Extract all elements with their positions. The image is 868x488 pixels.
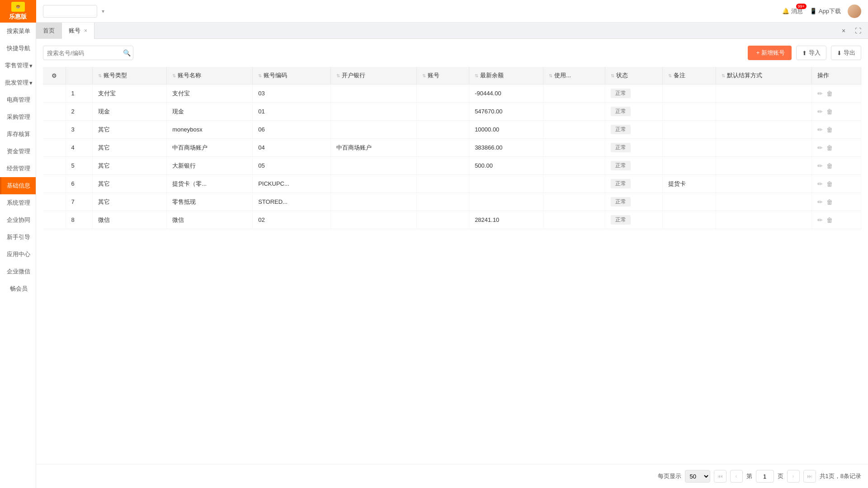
- table-header-account-code[interactable]: ⇅账号编码: [253, 67, 331, 84]
- page-input[interactable]: [756, 470, 774, 483]
- edit-icon[interactable]: ✏: [817, 180, 823, 188]
- edit-icon[interactable]: ✏: [817, 162, 823, 169]
- search-icon[interactable]: 🔍: [123, 49, 131, 56]
- tab-bar: 首页 账号 × × ⛶: [36, 23, 868, 39]
- row-operation: ✏ 🗑: [812, 211, 861, 229]
- toolbar: 🔍 + 新增账号 ⬆ 导入 ⬇ 导出: [43, 46, 861, 60]
- table-header-latest-balance[interactable]: ⇅最新余额: [469, 67, 543, 84]
- delete-icon[interactable]: 🗑: [826, 162, 833, 169]
- sidebar-item-enterprise-wechat[interactable]: 企业微信: [0, 263, 36, 280]
- row-remark: [662, 193, 716, 211]
- sidebar-item-enterprise-agreement[interactable]: 企业协同: [0, 211, 36, 229]
- last-page-button[interactable]: ⏭: [803, 470, 816, 483]
- first-page-button[interactable]: ⏮: [714, 470, 726, 483]
- export-button[interactable]: ⬇ 导出: [831, 46, 861, 60]
- page-size-select[interactable]: 50 10 20 100: [685, 470, 710, 483]
- table-header-remark[interactable]: ⇅备注: [662, 67, 716, 84]
- row-account-name: 中百商场账户: [167, 139, 253, 157]
- sidebar-item-retail-mgmt[interactable]: 零售管理 ▾: [0, 57, 36, 74]
- row-settings: [43, 84, 66, 103]
- table-header-settings[interactable]: ⚙: [43, 67, 66, 84]
- tab-bar-actions: × ⛶: [838, 25, 868, 36]
- sidebar-item-label: 系统管理: [7, 199, 30, 206]
- row-num: 3: [66, 121, 92, 139]
- row-account-code: 05: [253, 157, 331, 175]
- table-header-account-name[interactable]: ⇅账号名称: [167, 67, 253, 84]
- page-content: 🔍 + 新增账号 ⬆ 导入 ⬇ 导出 ⚙: [36, 39, 868, 464]
- sidebar-item-label: 批发管理: [5, 79, 28, 87]
- import-button[interactable]: ⬆ 导入: [796, 46, 826, 60]
- user-avatar[interactable]: [848, 5, 861, 18]
- sidebar-item-wholesale-mgmt[interactable]: 批发管理 ▾: [0, 74, 36, 91]
- table-row: 5 其它 大新银行 05 500.00 正常 ✏ 🗑: [43, 157, 861, 175]
- row-latest-balance: 28241.10: [469, 211, 543, 229]
- sidebar-item-ecommerce-mgmt[interactable]: 电商管理: [0, 91, 36, 108]
- edit-icon[interactable]: ✏: [817, 90, 823, 97]
- sidebar-item-system-mgmt[interactable]: 系统管理: [0, 194, 36, 211]
- export-icon: ⬇: [837, 50, 842, 56]
- tab-expand-button[interactable]: ⛶: [853, 25, 863, 36]
- row-account: [416, 157, 469, 175]
- edit-icon[interactable]: ✏: [817, 144, 823, 151]
- sidebar-item-app-center[interactable]: 应用中心: [0, 246, 36, 263]
- table-header-opening-bank[interactable]: ⇅开户银行: [330, 67, 416, 84]
- tab-account[interactable]: 账号 ×: [62, 23, 94, 39]
- sidebar-item-label: 资金管理: [7, 148, 30, 155]
- prev-page-button[interactable]: ‹: [730, 470, 743, 483]
- row-account-type: 现金: [92, 103, 166, 121]
- row-default-settlement: [716, 211, 811, 229]
- search-menu-input[interactable]: [43, 5, 97, 18]
- row-account: [416, 103, 469, 121]
- delete-icon[interactable]: 🗑: [826, 144, 833, 151]
- tab-account-close[interactable]: ×: [84, 28, 87, 33]
- sidebar-item-inventory[interactable]: 库存核算: [0, 126, 36, 143]
- sidebar-item-new-guide[interactable]: 新手引导: [0, 229, 36, 246]
- row-remark: [662, 157, 716, 175]
- add-account-button[interactable]: + 新增账号: [748, 46, 792, 60]
- row-opening-bank: [330, 211, 416, 229]
- row-opening-bank: [330, 121, 416, 139]
- table-header-account[interactable]: ⇅账号: [416, 67, 469, 84]
- app-download-button[interactable]: 📱 App下载: [810, 7, 841, 15]
- delete-icon[interactable]: 🗑: [826, 108, 833, 115]
- row-latest-balance: [469, 175, 543, 193]
- edit-icon[interactable]: ✏: [817, 198, 823, 206]
- delete-icon[interactable]: 🗑: [826, 216, 833, 224]
- delete-icon[interactable]: 🗑: [826, 198, 833, 206]
- notification-button[interactable]: 🔔 消息 99+: [782, 7, 803, 15]
- next-page-button[interactable]: ›: [787, 470, 800, 483]
- table-header-usage[interactable]: ⇅使用...: [543, 67, 605, 84]
- delete-icon[interactable]: 🗑: [826, 126, 833, 133]
- row-account: [416, 193, 469, 211]
- table-header-default-settlement[interactable]: ⇅默认结算方式: [716, 67, 811, 84]
- sidebar-item-basic-info[interactable]: 基础信息: [0, 177, 36, 194]
- row-operation: ✏ 🗑: [812, 175, 861, 193]
- sidebar-item-shortcut-nav[interactable]: 快捷导航: [0, 40, 36, 57]
- row-account-code: 03: [253, 84, 331, 103]
- row-latest-balance: 383866.00: [469, 139, 543, 157]
- table-header-account-type[interactable]: ⇅账号类型: [92, 67, 166, 84]
- row-remark: [662, 103, 716, 121]
- row-usage: [543, 103, 605, 121]
- table-row: 7 其它 零售抵现 STORED... 正常 ✏ 🗑: [43, 193, 861, 211]
- row-settings: [43, 175, 66, 193]
- row-usage: [543, 175, 605, 193]
- edit-icon[interactable]: ✏: [817, 108, 823, 115]
- tab-home[interactable]: 首页: [36, 23, 62, 39]
- tab-close-all-button[interactable]: ×: [838, 25, 849, 36]
- delete-icon[interactable]: 🗑: [826, 180, 833, 188]
- sidebar-item-operations-mgmt[interactable]: 经营管理: [0, 160, 36, 177]
- edit-icon[interactable]: ✏: [817, 216, 823, 224]
- delete-icon[interactable]: 🗑: [826, 90, 833, 97]
- search-input[interactable]: [47, 50, 123, 56]
- row-account: [416, 121, 469, 139]
- menu-dropdown-arrow[interactable]: ▾: [102, 8, 104, 14]
- sidebar-item-vip-member[interactable]: 畅会员: [0, 280, 36, 297]
- page-word2: 页: [778, 472, 783, 480]
- sidebar-item-capital-mgmt[interactable]: 资金管理: [0, 143, 36, 160]
- edit-icon[interactable]: ✏: [817, 126, 823, 133]
- sidebar-item-label: 搜索菜单: [7, 28, 30, 34]
- sidebar-item-search-menu[interactable]: 搜索菜单: [0, 23, 36, 40]
- table-header-status[interactable]: ⇅状态: [605, 67, 662, 84]
- sidebar-item-purchase-mgmt[interactable]: 采购管理: [0, 108, 36, 126]
